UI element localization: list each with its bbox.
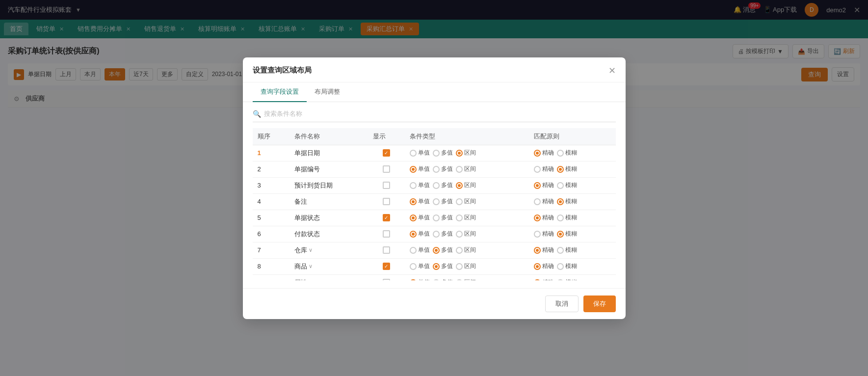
radio-circle — [433, 198, 440, 205]
row-match: 精确模糊 — [529, 274, 615, 280]
radio-circle — [456, 198, 463, 205]
radio-match-item[interactable]: 模糊 — [557, 149, 577, 157]
radio-circle — [433, 150, 440, 157]
radio-circle — [456, 263, 463, 270]
row-checkbox[interactable] — [383, 165, 390, 173]
radio-type-item[interactable]: 区间 — [456, 181, 476, 189]
radio-type-item[interactable]: 多值 — [433, 181, 453, 189]
modal-header: 设置查询区域布局 ✕ — [243, 57, 626, 82]
radio-type-item[interactable]: 单值 — [410, 149, 430, 157]
radio-circle — [433, 279, 440, 280]
radio-circle — [456, 247, 463, 254]
row-display — [368, 242, 405, 258]
radio-match-item[interactable]: 模糊 — [557, 197, 577, 206]
row-checkbox[interactable] — [383, 198, 390, 205]
row-order: 5 — [253, 210, 289, 226]
radio-circle — [557, 263, 564, 270]
radio-match-item[interactable]: 模糊 — [557, 246, 577, 254]
radio-match-item[interactable]: 模糊 — [557, 262, 577, 270]
radio-circle — [534, 247, 541, 254]
table-row: 5单据状态单值多值区间精确模糊 — [253, 210, 616, 226]
radio-type-item[interactable]: 多值 — [433, 149, 453, 157]
radio-circle — [433, 215, 440, 221]
radio-match-item[interactable]: 模糊 — [557, 230, 577, 238]
radio-type-item[interactable]: 多值 — [433, 278, 453, 280]
row-checkbox[interactable] — [383, 246, 390, 254]
radio-type-item[interactable]: 单值 — [410, 214, 430, 222]
radio-type-item[interactable]: 区间 — [456, 149, 476, 157]
radio-type-item[interactable]: 单值 — [410, 181, 430, 189]
radio-circle — [410, 198, 417, 205]
config-table-scroll[interactable]: 顺序 条件名称 显示 条件类型 匹配原则 1单据日期单值多值区间精确模糊2单据编… — [253, 128, 616, 280]
radio-match-item[interactable]: 精确 — [534, 230, 554, 238]
row-match: 精确模糊 — [529, 226, 615, 242]
row-type: 单值多值区间 — [405, 258, 529, 274]
row-checkbox[interactable] — [383, 214, 390, 221]
modal-tab-layout[interactable]: 布局调整 — [307, 82, 348, 102]
radio-circle — [410, 150, 417, 157]
radio-type-item[interactable]: 单值 — [410, 165, 430, 173]
radio-match-item[interactable]: 精确 — [534, 214, 554, 222]
radio-type-item[interactable]: 单值 — [410, 278, 430, 280]
radio-type-item[interactable]: 多值 — [433, 197, 453, 206]
row-display — [368, 145, 405, 161]
radio-circle — [410, 247, 417, 254]
search-bar: 🔍 — [253, 110, 616, 122]
radio-type-item[interactable]: 单值 — [410, 230, 430, 238]
save-button[interactable]: 保存 — [583, 295, 616, 312]
radio-match-item[interactable]: 模糊 — [557, 165, 577, 173]
row-type: 单值多值区间 — [405, 177, 529, 193]
radio-circle — [433, 231, 440, 238]
radio-match-item[interactable]: 精确 — [534, 262, 554, 270]
radio-match-item[interactable]: 精确 — [534, 278, 554, 280]
radio-type-item[interactable]: 多值 — [433, 246, 453, 254]
row-order: 3 — [253, 177, 289, 193]
radio-type-item[interactable]: 区间 — [456, 165, 476, 173]
radio-match-item[interactable]: 模糊 — [557, 278, 577, 280]
table-row: 9属性 ∨单值多值区间精确模糊 — [253, 274, 616, 280]
radio-type-item[interactable]: 区间 — [456, 214, 476, 222]
radio-type-item[interactable]: 区间 — [456, 230, 476, 238]
table-header: 顺序 条件名称 显示 条件类型 匹配原则 — [253, 128, 616, 145]
row-order: 7 — [253, 242, 289, 258]
row-dropdown-icon[interactable]: ∨ — [309, 247, 313, 253]
row-checkbox[interactable] — [383, 279, 390, 280]
modal-tab-query-fields[interactable]: 查询字段设置 — [253, 82, 307, 102]
radio-circle — [410, 215, 417, 221]
radio-match-item[interactable]: 精确 — [534, 149, 554, 157]
radio-type-item[interactable]: 区间 — [456, 197, 476, 206]
radio-type-item[interactable]: 多值 — [433, 214, 453, 222]
th-display: 显示 — [368, 128, 405, 145]
modal-overlay: 设置查询区域布局 ✕ 查询字段设置 布局调整 🔍 — [0, 0, 868, 376]
radio-circle — [534, 198, 541, 205]
radio-match-item[interactable]: 模糊 — [557, 214, 577, 222]
radio-match-item[interactable]: 模糊 — [557, 181, 577, 189]
row-checkbox[interactable] — [383, 263, 390, 270]
search-input[interactable] — [264, 110, 616, 117]
radio-match-item[interactable]: 精确 — [534, 165, 554, 173]
radio-type-item[interactable]: 区间 — [456, 262, 476, 270]
radio-match-item[interactable]: 精确 — [534, 181, 554, 189]
row-type: 单值多值区间 — [405, 274, 529, 280]
radio-match-item[interactable]: 精确 — [534, 197, 554, 206]
radio-match-item[interactable]: 精确 — [534, 246, 554, 254]
row-dropdown-icon[interactable]: ∨ — [309, 279, 313, 280]
radio-type-item[interactable]: 单值 — [410, 246, 430, 254]
row-checkbox[interactable] — [383, 182, 390, 189]
radio-type-item[interactable]: 多值 — [433, 165, 453, 173]
cancel-button[interactable]: 取消 — [545, 295, 579, 312]
radio-type-item[interactable]: 单值 — [410, 197, 430, 206]
row-order: 8 — [253, 258, 289, 274]
row-checkbox[interactable] — [383, 230, 390, 238]
radio-type-item[interactable]: 区间 — [456, 246, 476, 254]
radio-type-item[interactable]: 多值 — [433, 230, 453, 238]
radio-type-item[interactable]: 多值 — [433, 262, 453, 270]
row-checkbox[interactable] — [383, 149, 390, 157]
radio-circle — [456, 182, 463, 189]
row-name: 仓库 ∨ — [289, 242, 368, 258]
row-dropdown-icon[interactable]: ∨ — [309, 263, 313, 269]
modal-close-button[interactable]: ✕ — [608, 65, 616, 82]
radio-type-item[interactable]: 单值 — [410, 262, 430, 270]
row-name: 属性 ∨ — [289, 274, 368, 280]
radio-type-item[interactable]: 区间 — [456, 278, 476, 280]
